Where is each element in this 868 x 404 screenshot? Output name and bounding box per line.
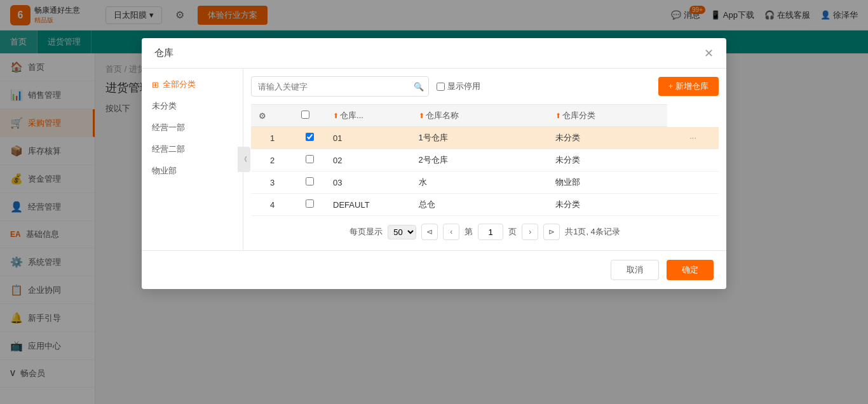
add-warehouse-btn[interactable]: + 新增仓库 <box>658 77 719 96</box>
table-toolbar: 🔍 显示停用 + 新增仓库 <box>251 76 719 97</box>
table-row[interactable]: 4 DEFAULT 总仓 未分类 <box>251 194 719 216</box>
pagination-bar: 每页显示 50 ⊲ ‹ 第 页 › ⊳ 共1页, 4条记录 <box>251 216 719 243</box>
row-category: 未分类 <box>548 127 667 149</box>
row-ops[interactable] <box>667 172 719 194</box>
first-page-btn[interactable]: ⊲ <box>421 224 438 240</box>
row-checkbox-cell[interactable] <box>294 149 325 172</box>
page-size-select[interactable]: 50 <box>388 225 416 239</box>
col-header-category: ⬆仓库分类 <box>548 105 667 127</box>
search-wrap: 🔍 <box>251 76 429 97</box>
all-category-item[interactable]: ⊞ 全部分类 <box>142 74 243 95</box>
row-checkbox-cell[interactable] <box>294 194 325 216</box>
page-input[interactable] <box>478 224 503 240</box>
row-ops[interactable]: ··· <box>667 127 719 149</box>
prev-page-btn[interactable]: ‹ <box>443 224 459 240</box>
row-name: 2号仓库 <box>411 149 548 172</box>
cancel-button[interactable]: 取消 <box>611 260 659 280</box>
row-name: 总仓 <box>411 194 548 216</box>
row-checkbox-cell[interactable] <box>294 172 325 194</box>
category-item-dept2[interactable]: 经营二部 <box>142 138 243 160</box>
row-category: 未分类 <box>548 194 667 216</box>
show-disabled-checkbox[interactable] <box>437 83 445 91</box>
row-checkbox[interactable] <box>306 177 314 185</box>
category-item-unclassified[interactable]: 未分类 <box>142 95 243 117</box>
row-ops[interactable] <box>667 194 719 216</box>
warehouse-table: ⚙ ⬆仓库... ⬆仓库名称 ⬆仓库分类 1 01 1号仓库 未分类 ··· 2… <box>251 104 719 216</box>
col-header-check[interactable] <box>294 105 325 127</box>
row-code: DEFAULT <box>325 194 411 216</box>
row-num: 1 <box>251 127 294 149</box>
row-category: 未分类 <box>548 149 667 172</box>
warehouse-dialog: 仓库 ✕ ⊞ 全部分类 未分类 经营一部 经营二部 物业部 《 <box>142 38 726 289</box>
row-code: 02 <box>325 149 411 172</box>
row-name: 水 <box>411 172 548 194</box>
table-row[interactable]: 1 01 1号仓库 未分类 ··· <box>251 127 719 149</box>
row-ops[interactable] <box>667 149 719 172</box>
search-icon[interactable]: 🔍 <box>414 82 424 91</box>
show-disabled-checkbox-label[interactable]: 显示停用 <box>437 81 480 92</box>
col-header-name: ⬆仓库名称 <box>411 105 548 127</box>
col-header-code: ⬆仓库... <box>325 105 411 127</box>
table-row[interactable]: 2 02 2号仓库 未分类 <box>251 149 719 172</box>
category-item-dept1[interactable]: 经营一部 <box>142 117 243 138</box>
category-item-property[interactable]: 物业部 <box>142 160 243 182</box>
row-checkbox[interactable] <box>306 133 314 141</box>
row-category: 物业部 <box>548 172 667 194</box>
col-header-settings[interactable]: ⚙ <box>251 105 294 127</box>
table-panel: 🔍 显示停用 + 新增仓库 ⚙ ⬆仓库... <box>243 69 726 250</box>
category-panel: ⊞ 全部分类 未分类 经营一部 经营二部 物业部 《 <box>142 69 243 250</box>
sort-icon: ⬆ <box>333 112 339 119</box>
row-checkbox[interactable] <box>306 155 314 163</box>
row-num: 3 <box>251 172 294 194</box>
table-row[interactable]: 3 03 水 物业部 <box>251 172 719 194</box>
row-checkbox[interactable] <box>306 199 314 208</box>
dialog-close-btn[interactable]: ✕ <box>704 48 714 59</box>
row-num: 4 <box>251 194 294 216</box>
modal-overlay: 仓库 ✕ ⊞ 全部分类 未分类 经营一部 经营二部 物业部 《 <box>0 0 868 404</box>
row-num: 2 <box>251 149 294 172</box>
next-page-btn[interactable]: › <box>522 224 538 240</box>
search-input[interactable] <box>251 76 429 97</box>
dialog-body: ⊞ 全部分类 未分类 经营一部 经营二部 物业部 《 🔍 <box>142 69 726 250</box>
sort-icon-name: ⬆ <box>419 112 424 119</box>
row-code: 01 <box>325 127 411 149</box>
last-page-btn[interactable]: ⊳ <box>543 224 560 240</box>
select-all-checkbox[interactable] <box>301 111 309 119</box>
row-name: 1号仓库 <box>411 127 548 149</box>
dialog-title: 仓库 <box>154 47 173 59</box>
dialog-footer: 取消 确定 <box>142 250 726 289</box>
collapse-panel-btn[interactable]: 《 <box>238 147 250 172</box>
grid-icon: ⊞ <box>152 80 159 90</box>
row-checkbox-cell[interactable] <box>294 127 325 149</box>
sort-icon-cat: ⬆ <box>555 112 561 119</box>
confirm-button[interactable]: 确定 <box>667 260 714 280</box>
row-code: 03 <box>325 172 411 194</box>
dialog-header: 仓库 ✕ <box>142 38 726 69</box>
